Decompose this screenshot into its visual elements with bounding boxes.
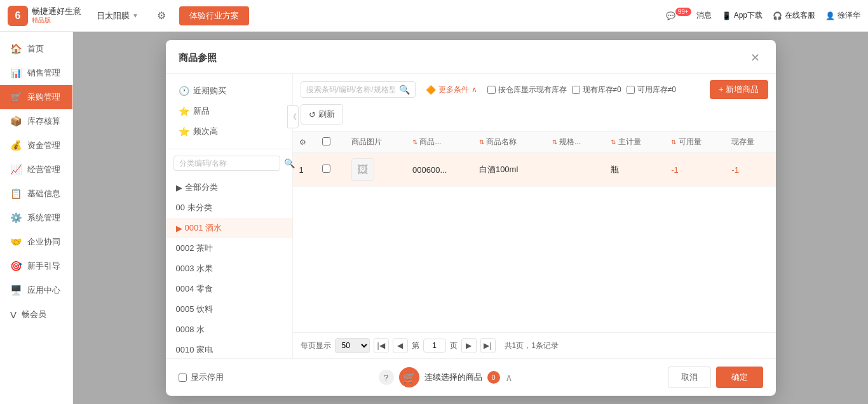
main-layout: 🏠 首页 📊 销售管理 🛒 采购管理 📦 库存核算 💰 资金管理 📈 经营管理 …: [0, 32, 868, 404]
available-stock-checkbox[interactable]: 可用库存≠0: [627, 84, 676, 95]
sidebar-label-sales: 销售管理: [27, 67, 60, 79]
refresh-icon: ↺: [309, 110, 316, 119]
sidebar-item-system[interactable]: ⚙️ 系统管理: [0, 206, 72, 230]
sidebar-item-sales[interactable]: 📊 销售管理: [0, 61, 72, 85]
divider: [166, 149, 292, 149]
available-stock-check[interactable]: [627, 86, 635, 94]
last-page-button[interactable]: ▶|: [480, 338, 496, 353]
customer-service-item[interactable]: 🎧 在线客服: [773, 10, 815, 21]
per-page-select[interactable]: 50 100 200: [335, 338, 370, 353]
cancel-button[interactable]: 取消: [668, 367, 711, 388]
sidebar-item-app-center[interactable]: 🖥️ 应用中心: [0, 278, 72, 302]
select-all-checkbox[interactable]: [322, 137, 330, 145]
nonzero-stock-check[interactable]: [572, 86, 580, 94]
product-reference-modal: 商品参照 ✕ 🕐 近期购买 ⭐: [166, 40, 776, 396]
product-search-input[interactable]: [306, 85, 395, 94]
tree-item-liquor[interactable]: ▶ 0001 酒水: [166, 218, 292, 238]
confirm-button[interactable]: 确定: [716, 367, 763, 388]
tree-label-unclassified: 00 未分类: [176, 202, 212, 213]
sidebar-item-home[interactable]: 🏠 首页: [0, 37, 72, 61]
logo-text: 畅捷通好生意: [32, 6, 81, 17]
sidebar-label-guide: 新手引导: [27, 260, 60, 272]
product-toolbar: 🔍 🔶 更多条件 ∧ 按仓库显示现有库存: [293, 74, 776, 131]
store-name: 日太阳膜: [97, 10, 130, 22]
th-available[interactable]: ⇅ 可用量: [665, 131, 725, 153]
sidebar-item-basic-info[interactable]: 📋 基础信息: [0, 182, 72, 206]
warehouse-stock-checkbox[interactable]: 按仓库显示现有库存: [487, 84, 567, 95]
app-download-item[interactable]: 📱 App下载: [722, 10, 763, 21]
tree-item-unclassified[interactable]: 00 未分类: [166, 198, 292, 218]
tree-item-snack[interactable]: 0004 零食: [166, 279, 292, 299]
category-search-button[interactable]: 🔍: [284, 156, 295, 171]
tree-item-beverage[interactable]: 0005 饮料: [166, 299, 292, 320]
sidebar-label-system: 系统管理: [27, 212, 60, 224]
tree-item-fruit[interactable]: 0003 水果: [166, 259, 292, 279]
tree-label-water: 0008 水: [176, 324, 205, 335]
sidebar-item-member[interactable]: V 畅会员: [0, 302, 72, 327]
settings-icon[interactable]: ⚙: [299, 138, 306, 147]
nonzero-stock-checkbox[interactable]: 现有库存≠0: [572, 84, 621, 95]
message-icon: 💬: [666, 11, 675, 20]
modal-close-button[interactable]: ✕: [748, 50, 763, 65]
show-disabled-label: 显示停用: [191, 372, 224, 383]
logo-badge: 精品版: [32, 16, 81, 25]
new-icon: ⭐: [179, 106, 189, 116]
user-avatar[interactable]: 👤 徐泽华: [825, 10, 860, 21]
th-name[interactable]: ⇅ 商品名称: [473, 131, 546, 153]
footer-collapse-icon[interactable]: ∧: [505, 372, 513, 384]
add-product-button[interactable]: + 新增商品: [710, 80, 768, 99]
message-item[interactable]: 💬 99+ 消息: [666, 10, 712, 21]
modal-header: 商品参照 ✕: [166, 40, 776, 74]
th-unit[interactable]: ⇅ 主计量: [604, 131, 665, 153]
sidebar-item-inventory[interactable]: 📦 库存核算: [0, 109, 72, 133]
product-search-icon[interactable]: 🔍: [399, 84, 410, 95]
next-page-button[interactable]: ▶: [461, 338, 477, 353]
th-checkbox: [316, 131, 346, 153]
prev-page-button[interactable]: ◀: [393, 338, 408, 353]
inventory-icon: 📦: [10, 116, 22, 127]
tree-arrow-all: ▶: [176, 183, 182, 192]
help-icon[interactable]: ?: [379, 370, 394, 385]
sales-icon: 📊: [10, 67, 22, 79]
experience-button[interactable]: 体验行业方案: [179, 6, 249, 25]
show-disabled-checkbox[interactable]: 显示停用: [179, 372, 224, 383]
settings-icon[interactable]: ⚙: [151, 6, 172, 26]
th-spec[interactable]: ⇅ 规格...: [546, 131, 604, 153]
username-label: 徐泽华: [837, 10, 860, 21]
sidebar-item-operations[interactable]: 📈 经营管理: [0, 158, 72, 182]
table-row[interactable]: 1 🖼 000600...: [293, 153, 776, 187]
tree-item-water[interactable]: 0008 水: [166, 320, 292, 340]
filter-button[interactable]: 🔶 更多条件 ∧: [421, 82, 482, 98]
th-stock[interactable]: 现存量: [725, 131, 775, 153]
td-unit: 瓶: [604, 153, 665, 187]
tree-item-appliance[interactable]: 0010 家电: [166, 340, 292, 353]
message-badge: 99+: [675, 8, 691, 16]
panel-collapse-button[interactable]: 《: [287, 105, 299, 128]
tree-item-all[interactable]: ▶ 全部分类: [166, 177, 292, 198]
refresh-label: 刷新: [318, 109, 335, 120]
first-page-button[interactable]: |◀: [374, 338, 389, 353]
cart-icon[interactable]: 🛒: [399, 367, 419, 387]
sidebar-item-finance[interactable]: 💰 资金管理: [0, 133, 72, 158]
new-product-item[interactable]: ⭐ 新品: [173, 102, 285, 121]
modal-body: 🕐 近期购买 ⭐ 新品 ⭐ 频次高 《: [166, 74, 776, 358]
th-code[interactable]: ⇅ 商品...: [406, 131, 473, 153]
category-search-input[interactable]: [173, 156, 280, 171]
show-disabled-check[interactable]: [179, 374, 187, 382]
message-label: 消息: [696, 10, 712, 21]
row-checkbox[interactable]: [322, 165, 330, 173]
store-selector[interactable]: 日太阳膜 ▼: [92, 8, 144, 24]
sidebar-item-purchase[interactable]: 🛒 采购管理: [0, 85, 72, 109]
new-product-label: 新品: [193, 105, 210, 117]
refresh-button[interactable]: ↺ 刷新: [301, 104, 343, 125]
sidebar-item-guide[interactable]: 🎯 新手引导: [0, 254, 72, 278]
freq-icon: ⭐: [179, 126, 189, 137]
sidebar-label-app-center: 应用中心: [27, 285, 60, 296]
frequent-item[interactable]: ⭐ 频次高: [173, 122, 285, 141]
quick-access: 🕐 近期购买 ⭐ 新品 ⭐ 频次高: [166, 79, 292, 146]
tree-item-tea[interactable]: 0002 茶叶: [166, 238, 292, 259]
recent-purchase-item[interactable]: 🕐 近期购买: [173, 81, 285, 100]
warehouse-stock-check[interactable]: [487, 86, 496, 94]
page-number-input[interactable]: [423, 339, 446, 353]
sidebar-item-enterprise[interactable]: 🤝 企业协同: [0, 230, 72, 254]
